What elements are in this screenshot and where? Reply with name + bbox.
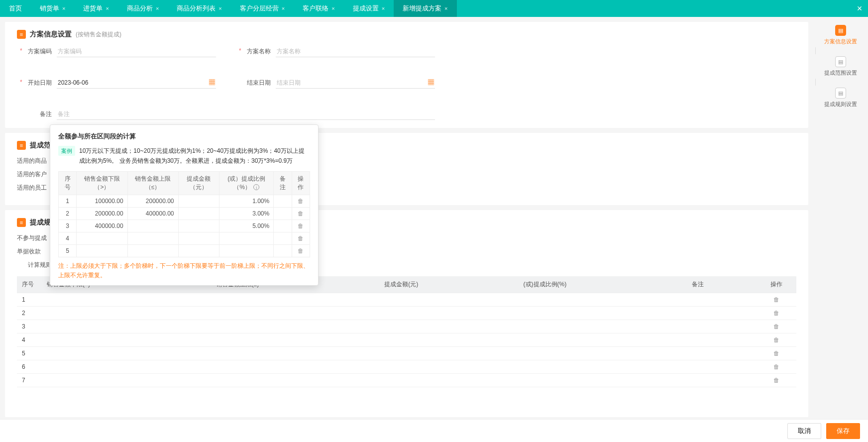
panel-title: 方案信息设置	[30, 30, 72, 39]
step-icon: ▤	[835, 25, 846, 36]
input-start-date[interactable]	[57, 77, 216, 89]
popup-th: 备注	[274, 171, 292, 195]
table-row[interactable]: 1🗑	[17, 293, 796, 307]
step-icon: ▤	[835, 88, 846, 99]
tab-close-icon[interactable]: ×	[106, 5, 108, 11]
tab-进货单[interactable]: 进货单×	[74, 0, 117, 17]
popup-example-table: 序号销售金额下限（>）销售金额上限（≤）提成金额（元）(或）提成比例（%） i备…	[58, 171, 310, 257]
popup-th: 销售金额上限（≤）	[127, 171, 178, 195]
tab-bar: 首页销货单×进货单×商品分析×商品分析列表×客户分层经营×客户联络×提成设置×新…	[0, 0, 868, 17]
rules-table: 序号销售金额下限(>)销售金额上限(≤)提成金额(元)(或)提成比例(%)备注操…	[17, 276, 796, 387]
table-row[interactable]: 7🗑	[17, 374, 796, 387]
popup-th: 序号	[59, 171, 77, 195]
label-remark: 备注	[17, 110, 57, 118]
section-icon: ≡	[17, 218, 26, 227]
rules-th: 操作	[757, 276, 796, 293]
tab-close-icon[interactable]: ×	[282, 5, 285, 11]
tab-close-icon[interactable]: ×	[444, 5, 447, 11]
tab-客户分层经营[interactable]: 客户分层经营×	[231, 0, 294, 17]
info-icon[interactable]: i	[253, 184, 259, 190]
cancel-button[interactable]: 取消	[787, 423, 821, 428]
input-remark[interactable]	[57, 109, 435, 120]
tab-销货单[interactable]: 销货单×	[31, 0, 74, 17]
panel-subtitle: (按销售金额提成)	[76, 30, 121, 39]
rules-th: 序号	[17, 276, 42, 293]
table-row[interactable]: 4🗑	[17, 333, 796, 347]
delete-icon[interactable]: 🗑	[298, 198, 304, 205]
section-icon: ≡	[17, 141, 26, 150]
panel-plan-info: ≡ 方案信息设置 (按销售金额提成) 方案编码 方案名称 开始日期	[5, 22, 808, 128]
delete-icon[interactable]: 🗑	[773, 310, 779, 317]
label-plan-code: 方案编码	[17, 47, 57, 56]
rule-example-popup: 全额参与所在区间段的计算 案例 10万元以下无提成；10~20万元提成比例为1%…	[50, 124, 319, 286]
tab-提成设置[interactable]: 提成设置×	[344, 0, 394, 17]
tab-首页[interactable]: 首页	[0, 0, 31, 17]
tab-商品分析列表[interactable]: 商品分析列表×	[168, 0, 230, 17]
rules-th: (或)提成比例(%)	[519, 276, 687, 293]
popup-title: 全额参与所在区间段的计算	[58, 132, 310, 141]
tab-新增提成方案[interactable]: 新增提成方案×	[394, 0, 456, 17]
popup-note: 注：上限必须大于下限；多个阶梯时，下一个阶梯下限要等于前一阶梯上限；不同行之间下…	[58, 261, 310, 280]
table-row[interactable]: 5🗑	[17, 347, 796, 360]
delete-icon[interactable]: 🗑	[773, 377, 779, 384]
delete-icon[interactable]: 🗑	[773, 350, 779, 357]
popup-case-text: 10万元以下无提成；10~20万元提成比例为1%；20~40万提成比例为3%；4…	[79, 146, 310, 166]
rules-th: 提成金额(元)	[379, 276, 518, 293]
table-row: 5🗑	[59, 244, 310, 257]
label-start-date: 开始日期	[17, 79, 57, 87]
table-row: 4🗑	[59, 232, 310, 244]
label-plan-name: 方案名称	[236, 47, 276, 56]
tab-商品分析[interactable]: 商品分析×	[118, 0, 168, 17]
popup-th: 销售金额下限（>）	[77, 171, 127, 195]
step-label: 方案信息设置	[824, 38, 857, 45]
step-label: 提成范围设置	[824, 69, 857, 77]
step-icon: ▤	[835, 56, 846, 67]
tab-close-icon[interactable]: ×	[156, 5, 159, 11]
delete-icon[interactable]: 🗑	[773, 323, 779, 330]
case-badge: 案例	[58, 146, 75, 156]
tab-close-icon[interactable]: ×	[382, 5, 385, 11]
popup-th: 提成金额（元）	[178, 171, 219, 195]
table-row: 1100000.00200000.001.00%🗑	[59, 195, 310, 207]
rules-th: 备注	[687, 276, 757, 293]
popup-th: 操作	[292, 171, 310, 195]
save-button[interactable]: 保存	[826, 423, 860, 428]
popup-th: (或）提成比例（%） i	[219, 171, 274, 195]
section-icon: ≡	[17, 30, 26, 39]
table-row[interactable]: 6🗑	[17, 360, 796, 374]
tab-close-icon[interactable]: ×	[331, 5, 334, 11]
delete-icon[interactable]: 🗑	[773, 336, 779, 343]
tab-客户联络[interactable]: 客户联络×	[294, 0, 343, 17]
input-end-date[interactable]	[276, 77, 435, 89]
footer-bar: 取消 保存	[0, 419, 868, 427]
right-step-nav: ▤方案信息设置▤提成范围设置▤提成规则设置	[813, 17, 868, 427]
delete-icon[interactable]: 🗑	[298, 247, 304, 254]
tab-close-icon[interactable]: ×	[218, 5, 221, 11]
table-row: 2200000.00400000.003.00%🗑	[59, 207, 310, 220]
table-row[interactable]: 2🗑	[17, 307, 796, 320]
delete-icon[interactable]: 🗑	[298, 210, 304, 217]
input-plan-code[interactable]	[57, 46, 216, 57]
step-nav-item[interactable]: ▤方案信息设置	[815, 25, 866, 45]
step-nav-item[interactable]: ▤提成规则设置	[815, 88, 866, 108]
tab-close-icon[interactable]: ×	[62, 5, 65, 11]
delete-icon[interactable]: 🗑	[773, 363, 779, 370]
delete-icon[interactable]: 🗑	[773, 296, 779, 303]
table-row: 3400000.005.00%🗑	[59, 220, 310, 232]
label-end-date: 结束日期	[236, 79, 276, 87]
input-plan-name[interactable]	[276, 46, 435, 57]
step-nav-item[interactable]: ▤提成范围设置	[815, 56, 866, 77]
step-label: 提成规则设置	[824, 101, 857, 108]
table-row[interactable]: 3🗑	[17, 320, 796, 333]
global-close-icon[interactable]: ×	[851, 0, 868, 17]
delete-icon[interactable]: 🗑	[298, 235, 304, 242]
delete-icon[interactable]: 🗑	[298, 222, 304, 229]
